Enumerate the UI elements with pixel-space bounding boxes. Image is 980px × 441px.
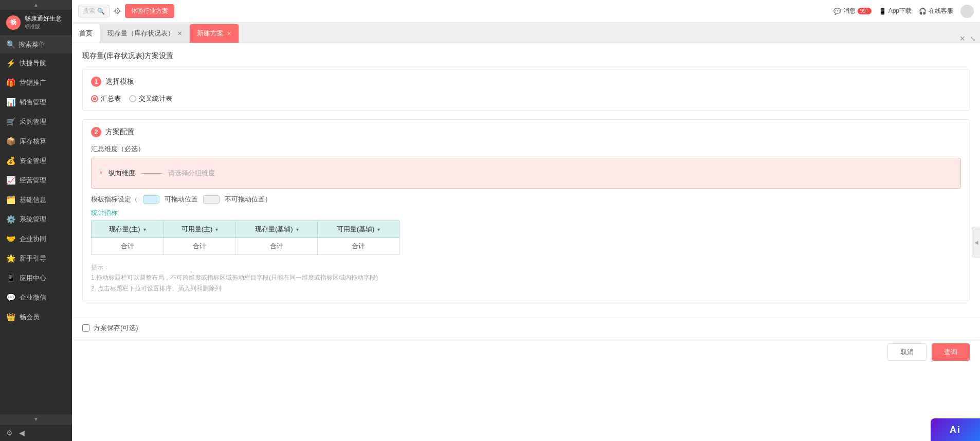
section-template: 1 选择模板 汇总表 交叉统计表	[82, 69, 970, 111]
content-area: 现存量(库存状况表)方案设置 1 选择模板 汇总表 交叉统计表	[72, 43, 980, 441]
tips-section: 提示： 1.拖动标题栏可以调整布局，不可跨维度或指标区域拖动栏目字段(只能在同一…	[91, 262, 961, 293]
sidebar-item-member[interactable]: 👑 畅会员	[0, 307, 72, 327]
right-panel-handle[interactable]: ◀	[972, 227, 980, 258]
settings-bottom-icon[interactable]: ⚙	[6, 429, 13, 437]
fixed-indicator-sample	[203, 195, 220, 204]
sidebar-item-app-center[interactable]: 📱 应用中心	[0, 268, 72, 288]
section1-header: 1 选择模板	[91, 77, 961, 87]
sidebar-item-finance[interactable]: 💰 资金管理	[0, 151, 72, 171]
inventory-icon: 📦	[6, 137, 15, 146]
cancel-button[interactable]: 取消	[887, 343, 927, 361]
content-inner: 现存量(库存状况表)方案设置 1 选择模板 汇总表 交叉统计表	[72, 43, 980, 318]
topbar-right: 💬 消息 99+ 📱 App下载 🎧 在线客服	[833, 5, 974, 18]
sidebar-item-basic-info[interactable]: 🗂️ 基础信息	[0, 190, 72, 210]
sidebar-scroll-up[interactable]: ▲	[0, 0, 72, 10]
sidebar-item-operations[interactable]: 📈 经营管理	[0, 171, 72, 190]
main-area: 搜索 🔍 ⚙ 体验行业方案 💬 消息 99+ 📱 App下载 🎧 在线客服	[72, 0, 980, 441]
sidebar-item-inventory[interactable]: 📦 库存核算	[0, 132, 72, 151]
template-radio-group: 汇总表 交叉统计表	[91, 94, 961, 103]
topbar-search-box[interactable]: 搜索 🔍	[78, 5, 110, 17]
app-download-btn[interactable]: 📱 App下载	[879, 7, 912, 15]
topbar-left: 搜索 🔍 ⚙ 体验行业方案	[78, 4, 829, 18]
td-inventory-aux-sub: 合计	[236, 238, 318, 255]
section-config: 2 方案配置 汇总维度（必选） * 纵向维度 请选择分组维度 模板指标设定（ 可…	[82, 119, 970, 301]
message-btn[interactable]: 💬 消息 99+	[833, 7, 872, 15]
sidebar-item-sales[interactable]: 📊 销售管理	[0, 93, 72, 112]
industry-btn[interactable]: 体验行业方案	[125, 4, 174, 18]
tab-inventory-status[interactable]: 现存量（库存状况表） ✕	[100, 24, 190, 43]
dim-separator	[141, 173, 162, 174]
stats-title: 统计指标	[91, 208, 961, 217]
radio-summary[interactable]: 汇总表	[91, 94, 121, 103]
headset-icon: 🎧	[919, 8, 927, 15]
tab-new-scheme-close[interactable]: ✕	[227, 30, 231, 37]
ai-badge[interactable]: Ai	[931, 418, 980, 441]
page-title: 现存量(库存状况表)方案设置	[82, 51, 970, 61]
radio-summary-circle	[91, 95, 98, 102]
required-star: *	[100, 170, 102, 177]
app-center-icon: 📱	[6, 273, 15, 283]
sidebar-item-marketing[interactable]: 🎁 营销推广	[0, 73, 72, 93]
topbar: 搜索 🔍 ⚙ 体验行业方案 💬 消息 99+ 📱 App下载 🎧 在线客服	[72, 0, 980, 23]
tab-close-all-icon[interactable]: ✕	[959, 34, 966, 43]
sidebar-item-enterprise[interactable]: 🤝 企业协同	[0, 229, 72, 249]
message-badge: 99+	[858, 8, 872, 14]
tip-2: 2. 点击标题栏下拉可设置排序、插入列和删除列	[91, 283, 961, 293]
stats-table: 现存量(主) ▾ 可用量(主) ▾	[91, 220, 400, 255]
save-checkbox[interactable]	[82, 324, 89, 332]
td-available-aux-sub: 合计	[318, 238, 400, 255]
enterprise-icon: 🤝	[6, 234, 15, 244]
save-row: 方案保存(可选)	[72, 318, 980, 338]
section1-num: 1	[91, 77, 101, 87]
marketing-icon: 🎁	[6, 78, 15, 87]
sidebar-bottom: ⚙ ◀	[0, 424, 72, 441]
sidebar-item-weixin[interactable]: 💬 企业微信	[0, 288, 72, 307]
th-available-main[interactable]: 可用量(主) ▾	[164, 221, 236, 238]
guide-icon: 🌟	[6, 254, 15, 263]
indicator-row: 模板指标设定（ 可拖动位置 不可拖动位置）	[91, 195, 961, 204]
save-label: 方案保存(可选)	[94, 323, 138, 333]
online-service-btn[interactable]: 🎧 在线客服	[919, 7, 953, 15]
sidebar-item-purchase[interactable]: 🛒 采购管理	[0, 112, 72, 132]
collapse-icon[interactable]: ◀	[19, 429, 25, 437]
dim-vertical-label: 纵向维度	[108, 169, 135, 178]
tab-inventory-close[interactable]: ✕	[177, 30, 182, 37]
table-row: 合计 合计 合计 合计	[92, 238, 400, 255]
td-inventory-main-sub: 合计	[92, 238, 164, 255]
tab-home[interactable]: 首页	[72, 24, 100, 43]
th-inventory-aux[interactable]: 现存量(基辅) ▾	[236, 221, 318, 238]
section2-header: 2 方案配置	[91, 127, 961, 137]
sidebar-item-system[interactable]: ⚙️ 系统管理	[0, 210, 72, 229]
member-icon: 👑	[6, 313, 15, 322]
sidebar: ▲ 畅 畅康通好生意 标准版 🔍 搜索菜单 ⚡ 快捷导航 🎁 营销推广 📊 销售…	[0, 0, 72, 441]
chevron-available-aux: ▾	[377, 227, 380, 232]
tab-new-scheme[interactable]: 新建方案 ✕	[190, 24, 239, 43]
radio-crosstab[interactable]: 交叉统计表	[129, 94, 172, 103]
tab-controls: ✕ ⤡	[959, 34, 980, 43]
dim-config-box: * 纵向维度 请选择分组维度	[91, 158, 961, 189]
sidebar-item-guide[interactable]: 🌟 新手引导	[0, 249, 72, 268]
query-button[interactable]: 查询	[932, 343, 970, 361]
topbar-settings-icon[interactable]: ⚙	[114, 6, 121, 16]
operations-icon: 📈	[6, 176, 15, 185]
tabs-bar: 首页 现存量（库存状况表） ✕ 新建方案 ✕ ✕ ⤡	[72, 23, 980, 43]
section2-num: 2	[91, 127, 101, 137]
footer-buttons: 取消 查询	[72, 338, 980, 366]
topbar-search-text: 搜索	[83, 7, 95, 15]
purchase-icon: 🛒	[6, 117, 15, 126]
tip-1: 1.拖动标题栏可以调整布局，不可跨维度或指标区域拖动栏目字段(只能在同一维度或指…	[91, 272, 961, 283]
sidebar-logo: 畅 畅康通好生意 标准版	[0, 10, 72, 36]
sidebar-search[interactable]: 🔍 搜索菜单	[0, 36, 72, 53]
th-inventory-main[interactable]: 现存量(主) ▾	[92, 221, 164, 238]
stats-section: 统计指标 现存量(主) ▾	[91, 208, 961, 255]
tab-expand-icon[interactable]: ⤡	[970, 34, 976, 43]
system-icon: ⚙️	[6, 215, 15, 224]
sidebar-item-quick-nav[interactable]: ⚡ 快捷导航	[0, 53, 72, 73]
chevron-inventory-main: ▾	[143, 227, 146, 232]
th-available-aux[interactable]: 可用量(基辅) ▾	[318, 221, 400, 238]
td-available-main-sub: 合计	[164, 238, 236, 255]
sidebar-scroll-down[interactable]: ▼	[0, 414, 72, 424]
chevron-inventory-aux: ▾	[296, 227, 299, 232]
user-avatar[interactable]	[960, 5, 974, 18]
radio-crosstab-circle	[129, 95, 136, 102]
